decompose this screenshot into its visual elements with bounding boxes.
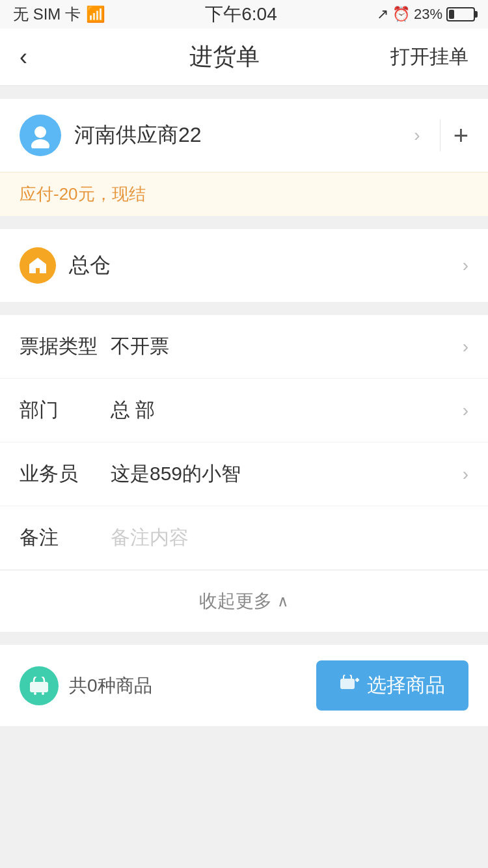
cart-icon <box>29 677 49 695</box>
status-left: 无 SIM 卡 📶 <box>13 4 105 25</box>
select-goods-button[interactable]: 选择商品 <box>316 660 468 711</box>
salesman-chevron-icon: › <box>463 464 468 485</box>
invoice-chevron-icon: › <box>463 336 468 357</box>
supplier-right-area: › + <box>414 119 468 152</box>
status-right: ↗ ⏰ 23% <box>377 6 475 23</box>
department-label: 部门 <box>20 397 111 424</box>
select-goods-label: 选择商品 <box>367 672 445 699</box>
salesman-value: 这是859的小智 <box>111 461 463 487</box>
invoice-type-value: 不开票 <box>111 333 463 360</box>
notice-text: 应付-20元，现结 <box>20 184 146 204</box>
supplier-chevron-icon: › <box>414 125 420 146</box>
supplier-row[interactable]: 河南供应商22 › + <box>0 99 488 172</box>
invoice-type-row[interactable]: 票据类型 不开票 › <box>0 315 488 379</box>
wifi-icon: 📶 <box>86 5 105 23</box>
supplier-avatar <box>20 115 61 156</box>
salesman-row[interactable]: 业务员 这是859的小智 › <box>0 442 488 506</box>
status-time: 下午6:04 <box>205 2 277 27</box>
collapse-row[interactable]: 收起更多 ∧ <box>0 571 488 632</box>
department-row[interactable]: 部门 总 部 › <box>0 379 488 442</box>
remark-input[interactable]: 备注内容 <box>111 524 468 551</box>
warehouse-section[interactable]: 总仓 › <box>0 229 488 302</box>
bottom-section: 共0种商品 选择商品 <box>0 645 488 726</box>
svg-point-3 <box>34 692 36 695</box>
svg-point-0 <box>34 126 46 138</box>
supplier-section: 河南供应商22 › + 应付-20元，现结 <box>0 99 488 216</box>
svg-point-1 <box>31 139 49 148</box>
page-title: 进货单 <box>189 41 260 73</box>
warehouse-row: 总仓 › <box>0 229 488 302</box>
collapse-arrow-icon: ∧ <box>277 592 289 610</box>
goods-icon-circle <box>20 666 59 705</box>
house-icon <box>28 256 47 275</box>
battery-indicator <box>446 7 475 21</box>
department-value: 总 部 <box>111 397 463 424</box>
collapse-section[interactable]: 收起更多 ∧ <box>0 570 488 632</box>
add-cart-icon <box>340 675 359 692</box>
back-button[interactable]: ‹ <box>20 44 59 71</box>
invoice-type-label: 票据类型 <box>20 333 111 360</box>
person-icon <box>27 122 53 148</box>
svg-point-4 <box>42 692 44 695</box>
nav-bar: ‹ 进货单 打开挂单 <box>0 29 488 86</box>
notice-banner: 应付-20元，现结 <box>0 172 488 216</box>
add-button[interactable]: + <box>440 119 468 152</box>
remark-label: 备注 <box>20 524 111 551</box>
battery-percent: 23% <box>414 6 442 23</box>
salesman-label: 业务员 <box>20 461 111 487</box>
supplier-name: 河南供应商22 <box>74 121 414 150</box>
form-section: 票据类型 不开票 › 部门 总 部 › 业务员 这是859的小智 › 备注 备注… <box>0 315 488 632</box>
location-icon: ↗ <box>377 6 388 23</box>
warehouse-name: 总仓 <box>69 251 463 280</box>
status-bar: 无 SIM 卡 📶 下午6:04 ↗ ⏰ 23% <box>0 0 488 29</box>
battery-fill <box>449 10 454 19</box>
department-chevron-icon: › <box>463 400 468 421</box>
select-goods-icon <box>340 675 359 696</box>
goods-count-area: 共0种商品 <box>20 666 152 705</box>
content: 河南供应商22 › + 应付-20元，现结 总仓 › 票据类型 不开票 › <box>0 99 488 726</box>
remark-row[interactable]: 备注 备注内容 <box>0 506 488 570</box>
svg-rect-2 <box>30 682 48 692</box>
goods-count-text: 共0种商品 <box>69 673 152 698</box>
open-pending-button[interactable]: 打开挂单 <box>390 44 468 70</box>
collapse-label: 收起更多 <box>199 589 272 614</box>
svg-rect-5 <box>340 679 355 689</box>
alarm-icon: ⏰ <box>392 6 410 23</box>
warehouse-icon <box>20 247 56 284</box>
warehouse-chevron-icon: › <box>463 255 468 276</box>
carrier-text: 无 SIM 卡 <box>13 4 81 25</box>
